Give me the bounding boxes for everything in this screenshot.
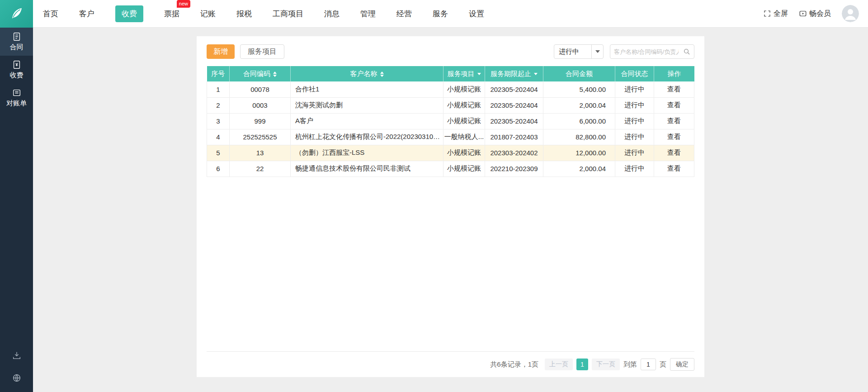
fullscreen-label: 全屏 (774, 9, 788, 19)
globe-icon[interactable] (12, 373, 22, 383)
cell-service: 小规模记账 (443, 161, 485, 177)
goto-prefix: 到第 (623, 360, 637, 369)
header-no: 序号 (207, 66, 230, 81)
cell-period: 202305-202404 (485, 97, 543, 113)
play-icon (799, 10, 807, 18)
cell-code: 00078 (230, 81, 291, 97)
download-icon[interactable] (12, 350, 22, 360)
status-filter-select[interactable]: 进行中 (554, 44, 604, 59)
nav-item-1[interactable]: 客户 (79, 5, 94, 22)
nav-item-label: 服务 (433, 10, 448, 18)
fee-icon (12, 60, 22, 70)
nav-item-10[interactable]: 服务 (433, 5, 448, 22)
nav-item-3[interactable]: 票据new (164, 5, 179, 22)
status-filter-value: 进行中 (554, 48, 591, 56)
cell-no: 2 (207, 97, 230, 113)
cell-action: 查看 (654, 113, 694, 129)
member-button[interactable]: 畅会员 (799, 9, 831, 19)
cell-no: 1 (207, 81, 230, 97)
nav-item-6[interactable]: 工商项目 (273, 5, 303, 22)
statement-icon (12, 88, 22, 98)
page-number-1[interactable]: 1 (576, 359, 588, 370)
sidebar-item-1[interactable]: 收费 (0, 56, 33, 84)
confirm-button[interactable]: 确定 (670, 358, 694, 371)
fullscreen-icon (763, 10, 771, 18)
nav-item-8[interactable]: 管理 (360, 5, 376, 22)
pagination: 共6条记录，1页 上一页 1 下一页 到第 页 确定 (207, 351, 694, 371)
goto-page-input[interactable] (641, 359, 656, 370)
header-period[interactable]: 服务期限起止 (485, 66, 543, 81)
view-link[interactable]: 查看 (667, 164, 681, 172)
search-icon[interactable] (682, 48, 694, 55)
sidebar-item-label: 对账单 (6, 99, 27, 108)
view-link[interactable]: 查看 (667, 85, 681, 93)
service-items-button[interactable]: 服务项目 (240, 44, 284, 59)
pagination-summary: 共6条记录，1页 (490, 360, 538, 369)
sidebar-nav: 合同收费对账单 (0, 28, 33, 112)
topbar: 首页客户收费票据new记账报税工商项目消息管理经营服务设置 全屏 畅会员 (0, 0, 868, 28)
view-link[interactable]: 查看 (667, 101, 681, 109)
filter-caret-icon (534, 73, 538, 75)
header-service-label: 服务项目 (448, 70, 475, 77)
nav-item-2[interactable]: 收费 (115, 5, 143, 22)
header-amount: 合同金额 (543, 66, 615, 81)
nav-item-label: 记账 (200, 10, 216, 18)
search-input[interactable] (610, 48, 682, 55)
cell-period: 202303-202402 (485, 145, 543, 161)
header-service[interactable]: 服务项目 (443, 66, 485, 81)
cell-no: 3 (207, 113, 230, 129)
cell-code: 22 (230, 161, 291, 177)
header-customer-label: 客户名称 (350, 70, 377, 77)
cell-code: 252525525 (230, 129, 291, 145)
nav-item-label: 客户 (79, 10, 94, 18)
cell-no: 5 (207, 145, 230, 161)
next-page-button[interactable]: 下一页 (592, 359, 620, 370)
nav-item-7[interactable]: 消息 (324, 5, 340, 22)
sidebar-item-label: 收费 (10, 71, 24, 80)
nav-item-11[interactable]: 设置 (469, 5, 484, 22)
cell-no: 4 (207, 129, 230, 145)
goto-suffix: 页 (660, 360, 666, 369)
nav-item-0[interactable]: 首页 (43, 5, 58, 22)
table-header-row: 序号 合同编码 客户名称 服务项目 服务期限起止 合同金额 合同状态 操作 (207, 66, 694, 81)
sort-icon (380, 72, 384, 77)
filter-caret-icon (477, 73, 481, 75)
sidebar-item-0[interactable]: 合同 (0, 28, 33, 56)
nav-item-4[interactable]: 记账 (200, 5, 216, 22)
card-toolbar: 新增 服务项目 进行中 (207, 44, 694, 59)
sort-icon (273, 72, 277, 77)
cell-customer: 沈海英测试勿删 (291, 97, 443, 113)
cell-customer: 杭州杠上花文化传播有限公司-2022(202303101304... (291, 129, 443, 145)
nav-item-5[interactable]: 报税 (236, 5, 252, 22)
avatar[interactable] (842, 5, 859, 22)
contract-table: 序号 合同编码 客户名称 服务项目 服务期限起止 合同金额 合同状态 操作 10… (207, 66, 694, 177)
nav-item-label: 管理 (360, 10, 376, 18)
table-row: 20003沈海英测试勿删小规模记账202305-2024042,000.04进行… (207, 97, 694, 113)
view-link[interactable]: 查看 (667, 133, 681, 140)
cell-action: 查看 (654, 81, 694, 97)
cell-service: 一般纳税人... (443, 129, 485, 145)
sidebar-item-2[interactable]: 对账单 (0, 84, 33, 112)
view-link[interactable]: 查看 (667, 148, 681, 156)
sidebar-item-label: 合同 (10, 43, 24, 52)
cell-status: 进行中 (615, 129, 654, 145)
header-code[interactable]: 合同编码 (230, 66, 291, 81)
prev-page-button[interactable]: 上一页 (545, 359, 573, 370)
search-box (610, 44, 694, 59)
cell-action: 查看 (654, 129, 694, 145)
table-row: 513（勿删）江西服宝-LSS小规模记账202303-20240212,000.… (207, 145, 694, 161)
add-button[interactable]: 新增 (207, 44, 235, 59)
cell-period: 201807-202403 (485, 129, 543, 145)
cell-action: 查看 (654, 145, 694, 161)
header-period-label: 服务期限起止 (491, 70, 531, 77)
nav-item-label: 首页 (43, 10, 58, 18)
cell-status: 进行中 (615, 161, 654, 177)
fullscreen-button[interactable]: 全屏 (763, 9, 788, 19)
nav-item-9[interactable]: 经营 (396, 5, 412, 22)
app-logo[interactable] (0, 0, 33, 28)
cell-amount: 6,000.00 (543, 113, 615, 129)
top-nav: 首页客户收费票据new记账报税工商项目消息管理经营服务设置 (43, 5, 484, 22)
header-action: 操作 (654, 66, 694, 81)
header-customer[interactable]: 客户名称 (291, 66, 443, 81)
view-link[interactable]: 查看 (667, 117, 681, 124)
